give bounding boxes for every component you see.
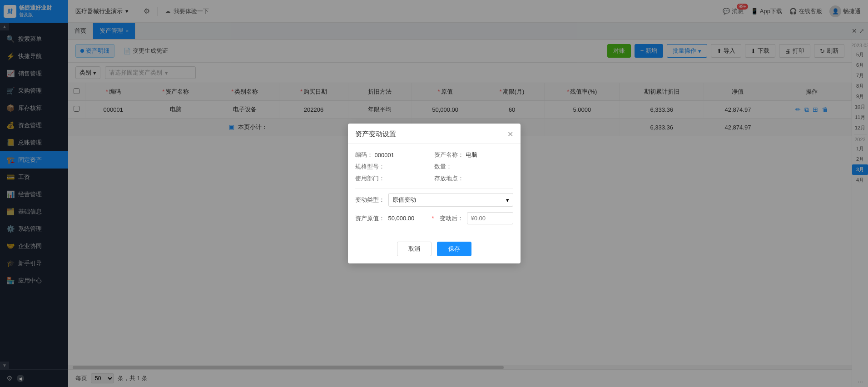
modal-info-grid: 编码： 000001 资产名称： 电脑 规格型号： 数量： 使用部门： [355, 151, 513, 183]
modal-code-item: 编码： 000001 [355, 151, 434, 159]
modal-qty-item: 数量： [434, 163, 513, 171]
change-type-dropdown-icon: ▾ [506, 197, 509, 203]
modal-dept-item: 使用部门： [355, 174, 434, 183]
modal-spec-item: 规格型号： [355, 163, 434, 171]
modal-change-type-value: 原值变动 [392, 196, 504, 204]
modal-close-button[interactable]: ✕ [507, 130, 513, 139]
modal-change-type-label: 变动类型： [355, 196, 385, 204]
modal-original-value-label: 资产原值： [355, 214, 385, 223]
modal-values-field: 资产原值： 50,000.00 * 变动后： [355, 212, 513, 224]
modal-footer: 取消 保存 [348, 237, 521, 263]
modal-original-value-display: 50,000.00 [388, 215, 427, 222]
modal-title: 资产变动设置 [355, 130, 396, 139]
modal-code-label: 编码： [355, 151, 373, 159]
modal-name-item: 资产名称： 电脑 [434, 151, 513, 159]
modal-location-item: 存放地点： [434, 174, 513, 183]
modal-name-label: 资产名称： [434, 151, 464, 159]
modal-header: 资产变动设置 ✕ [348, 124, 521, 144]
asset-change-modal: 资产变动设置 ✕ 编码： 000001 资产名称： 电脑 规格型号： 数量： [348, 124, 521, 263]
save-button[interactable]: 保存 [437, 242, 471, 256]
modal-name-value: 电脑 [466, 151, 477, 159]
modal-overlay[interactable]: 资产变动设置 ✕ 编码： 000001 资产名称： 电脑 规格型号： 数量： [0, 0, 868, 387]
modal-body: 编码： 000001 资产名称： 电脑 规格型号： 数量： 使用部门： [348, 144, 521, 237]
modal-spec-label: 规格型号： [355, 163, 385, 171]
modal-divider [355, 188, 513, 189]
cancel-button[interactable]: 取消 [397, 242, 432, 256]
modal-code-value: 000001 [375, 152, 394, 159]
modal-qty-label: 数量： [434, 163, 452, 171]
modal-after-label: 变动后： [440, 214, 463, 223]
modal-after-input[interactable] [467, 212, 513, 224]
modal-location-label: 存放地点： [434, 174, 464, 183]
modal-dept-label: 使用部门： [355, 174, 385, 183]
modal-change-type-field: 变动类型： 原值变动 ▾ [355, 193, 513, 207]
modal-change-type-select[interactable]: 原值变动 ▾ [388, 193, 513, 207]
required-star: * [432, 215, 434, 222]
